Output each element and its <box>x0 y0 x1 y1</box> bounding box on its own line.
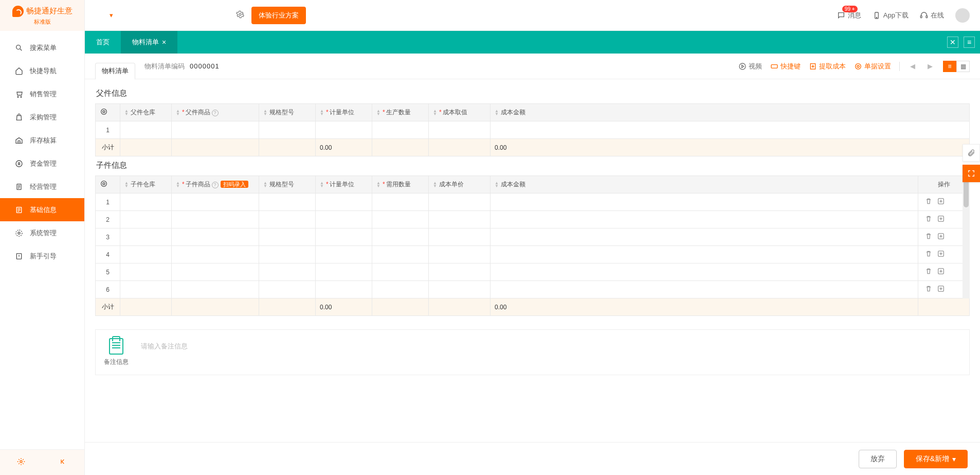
chevron-down-icon: ▾ <box>110 11 113 19</box>
sidebar-item-quicknav[interactable]: 快捷导航 <box>0 59 84 82</box>
sidebar-item-inventory[interactable]: 库存核算 <box>0 129 84 152</box>
chevron-down-icon: ▾ <box>952 455 956 463</box>
next-doc-icon[interactable]: ▶ <box>925 62 935 70</box>
table-row[interactable]: 3 <box>96 228 970 246</box>
table-row[interactable]: 6 <box>96 281 970 298</box>
database-icon <box>14 205 24 215</box>
save-new-button[interactable]: 保存&新增 ▾ <box>904 450 968 468</box>
messages-button[interactable]: 99 + 消息 <box>837 11 861 20</box>
view-card-icon[interactable]: ▦ <box>956 61 970 72</box>
tabbar: 首页 物料清单 × ✕ ≡ <box>85 31 980 54</box>
parent-col-unit[interactable]: ▲▼*计量单位 <box>316 104 372 121</box>
add-row-icon[interactable] <box>937 215 945 224</box>
parent-col-spec[interactable]: ▲▼规格型号 <box>259 104 316 121</box>
child-col-unit-cost[interactable]: ▲▼成本单价 <box>429 176 491 193</box>
parent-col-cost-method[interactable]: ▲▼*成本取值 <box>429 104 491 121</box>
brand-name: 畅捷通好生意 <box>26 6 72 16</box>
close-icon[interactable]: × <box>162 38 166 46</box>
child-col-qty[interactable]: ▲▼*需用数量 <box>372 176 429 193</box>
add-row-icon[interactable] <box>937 267 945 277</box>
add-row-icon[interactable] <box>937 197 945 207</box>
parent-col-gear[interactable] <box>96 104 120 121</box>
add-row-icon[interactable] <box>937 285 945 294</box>
app-download-button[interactable]: App下载 <box>873 11 909 20</box>
row-ops <box>918 246 970 263</box>
delete-row-icon[interactable] <box>924 267 933 277</box>
child-col-gear[interactable] <box>96 176 120 193</box>
delete-row-icon[interactable] <box>924 250 933 259</box>
vertical-scrollbar[interactable] <box>963 175 970 298</box>
sidebar-item-label: 基础信息 <box>30 205 57 215</box>
remark-label: 备注信息 <box>104 358 129 366</box>
sidebar-item-label: 资金管理 <box>30 159 57 168</box>
child-col-warehouse[interactable]: ▲▼子件仓库 <box>120 176 172 193</box>
svg-point-11 <box>20 461 22 463</box>
table-row[interactable]: 1 <box>96 193 970 211</box>
row-ops <box>918 281 970 298</box>
prev-doc-icon[interactable]: ◀ <box>908 62 917 70</box>
collapse-icon[interactable] <box>59 458 67 468</box>
sidebar-item-system[interactable]: 系统管理 <box>0 221 84 244</box>
tab-more-icon[interactable]: ≡ <box>964 37 975 48</box>
parent-col-product[interactable]: ▲▼*父件商品? <box>172 104 259 121</box>
topbar-right: 99 + 消息 App下载 在线 <box>837 8 970 23</box>
delete-row-icon[interactable] <box>924 215 933 224</box>
footer-gear-icon[interactable] <box>17 458 25 468</box>
home-icon <box>14 66 24 76</box>
table-row[interactable]: 1 <box>96 121 970 139</box>
parent-title: 父件信息 <box>96 89 970 98</box>
doc-settings-button[interactable]: 单据设置 <box>854 62 891 71</box>
remark-input[interactable] <box>139 338 961 354</box>
sidebar-item-label: 销售管理 <box>30 90 57 99</box>
avatar[interactable] <box>955 8 970 23</box>
online-support-button[interactable]: 在线 <box>920 11 944 20</box>
subtab-bom[interactable]: 物料清单 <box>95 63 135 80</box>
account-selector[interactable]: ▾ <box>105 11 229 19</box>
sidebar-item-business[interactable]: 经营管理 <box>0 175 84 198</box>
sidebar-item-basic[interactable]: 基础信息 <box>0 198 84 221</box>
child-title: 子件信息 <box>96 161 970 170</box>
help-icon[interactable]: ? <box>212 182 219 188</box>
svg-point-22 <box>103 111 105 113</box>
video-button[interactable]: 视频 <box>738 62 762 71</box>
nav: 搜索菜单 快捷导航 销售管理 采购管理 <box>0 31 84 449</box>
parent-col-cost-amount[interactable]: ▲▼成本金额 <box>491 104 970 121</box>
sidebar-item-search[interactable]: 搜索菜单 <box>0 36 84 59</box>
extract-cost-button[interactable]: 提取成本 <box>809 62 846 71</box>
table-row[interactable]: 2 <box>96 211 970 228</box>
svg-line-1 <box>20 49 22 50</box>
try-industry-button[interactable]: 体验行业方案 <box>251 7 306 24</box>
child-subtotal-qty: 0.00 <box>316 298 372 316</box>
parent-col-qty[interactable]: ▲▼*生产数量 <box>372 104 429 121</box>
discard-button[interactable]: 放弃 <box>859 450 897 468</box>
sidebar-item-funds[interactable]: 资金管理 <box>0 152 84 175</box>
child-col-cost-amount[interactable]: ▲▼成本金额 <box>491 176 918 193</box>
attachment-icon[interactable] <box>963 144 980 162</box>
scan-badge[interactable]: 扫码录入 <box>221 181 248 188</box>
tab-home[interactable]: 首页 <box>85 31 121 54</box>
fullscreen-icon[interactable] <box>963 165 980 182</box>
delete-row-icon[interactable] <box>924 285 933 294</box>
tab-close-all-icon[interactable]: ✕ <box>947 37 958 48</box>
child-col-product[interactable]: ▲▼*子件商品?扫码录入 <box>172 176 259 193</box>
help-icon[interactable]: ? <box>212 110 219 116</box>
table-row[interactable]: 5 <box>96 263 970 281</box>
table-row[interactable]: 4 <box>96 246 970 263</box>
child-col-spec[interactable]: ▲▼规格型号 <box>259 176 316 193</box>
tab-bom[interactable]: 物料清单 × <box>121 31 177 54</box>
gear-icon[interactable] <box>236 10 244 20</box>
row-ops <box>918 211 970 228</box>
bag-icon <box>14 113 24 122</box>
parent-col-warehouse[interactable]: ▲▼父件仓库 <box>120 104 172 121</box>
add-row-icon[interactable] <box>937 232 945 242</box>
delete-row-icon[interactable] <box>924 197 933 207</box>
child-col-unit[interactable]: ▲▼*计量单位 <box>316 176 372 193</box>
shortcut-button[interactable]: 快捷键 <box>770 62 801 71</box>
sidebar-item-guide[interactable]: 新手引导 <box>0 244 84 268</box>
sidebar-item-sales[interactable]: 销售管理 <box>0 82 84 105</box>
sidebar-item-purchase[interactable]: 采购管理 <box>0 105 84 129</box>
view-list-icon[interactable]: ≡ <box>943 61 956 72</box>
delete-row-icon[interactable] <box>924 232 933 242</box>
subhead: 物料清单 物料清单编码 0000001 视频 快捷键 提取成本 <box>85 54 980 79</box>
add-row-icon[interactable] <box>937 250 945 259</box>
